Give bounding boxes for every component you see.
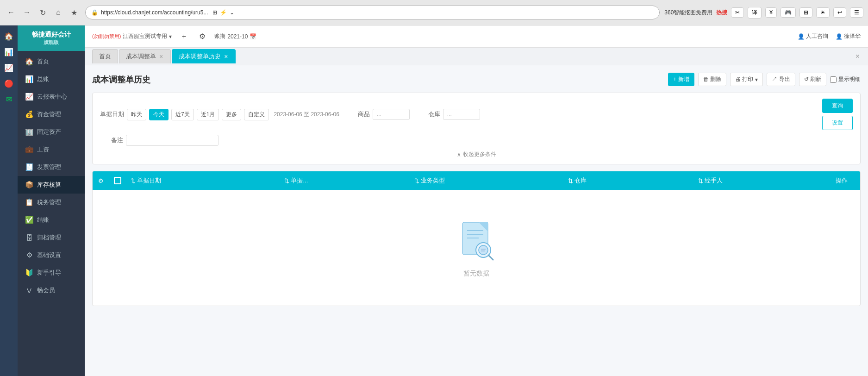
tab-cost-adjust[interactable]: 成本调整单 × bbox=[119, 49, 171, 63]
company-select[interactable]: (勿删勿禁用) 江西服宝测试专用 ▾ bbox=[92, 32, 172, 40]
sidebar-item-云报表中心[interactable]: 📈云报表中心 bbox=[18, 88, 85, 106]
close-all-tabs[interactable]: × bbox=[855, 52, 861, 61]
forward-button[interactable]: → bbox=[20, 6, 33, 19]
date-btn-yesterday[interactable]: 昨天 bbox=[127, 109, 146, 120]
settings-filter-button[interactable]: 设置 bbox=[822, 116, 853, 130]
sidebar-item-固定资产[interactable]: 🏢固定资产 bbox=[18, 123, 85, 141]
svg-point-6 bbox=[479, 245, 488, 255]
service-action[interactable]: 👤 人工咨询 bbox=[798, 32, 828, 40]
refresh-button[interactable]: ↻ bbox=[36, 6, 49, 19]
th-biztype-label: 业务类型 bbox=[421, 176, 445, 185]
query-button[interactable]: 查询 bbox=[822, 99, 853, 113]
grid-tool[interactable]: ⊞ bbox=[799, 7, 812, 18]
back-button[interactable]: ← bbox=[5, 6, 18, 19]
remark-input[interactable] bbox=[126, 135, 219, 146]
app-container: 🏠 📊 📈 🔴 ✉ 畅捷通好会计 旗舰版 🏠首页📊总账📈云报表中心💰资金管理🏢固… bbox=[0, 25, 868, 376]
sidebar-item-总账[interactable]: 📊总账 bbox=[18, 70, 85, 88]
collapse-button[interactable]: ∧ 收起更多条件 bbox=[457, 150, 496, 158]
collapse-label: 收起更多条件 bbox=[463, 150, 496, 158]
sidebar-item-库存核算[interactable]: 📦库存核算 bbox=[18, 176, 85, 194]
refresh-button[interactable]: ↺ 刷新 bbox=[799, 73, 826, 86]
tab-cost-adjust-close[interactable]: × bbox=[158, 53, 164, 60]
th-biztype-sort-icon: ⇅ bbox=[414, 177, 419, 184]
date-btn-more[interactable]: 更多 bbox=[222, 109, 241, 120]
th-date[interactable]: ⇅ 单据日期 bbox=[126, 176, 280, 185]
settings-icon-btn[interactable]: ⚙ bbox=[196, 30, 209, 43]
sidebar-logo: 畅捷通好会计 旗舰版 bbox=[18, 25, 85, 51]
print-dropdown-icon: ▾ bbox=[755, 76, 758, 83]
new-button[interactable]: + 新增 bbox=[668, 73, 694, 86]
th-biztype[interactable]: ⇅ 业务类型 bbox=[410, 176, 563, 185]
th-checkbox[interactable] bbox=[109, 177, 126, 184]
service-label: 人工咨询 bbox=[806, 32, 828, 40]
goods-filter-item: 商品 ... bbox=[347, 109, 410, 120]
sidebar-item-基础设置[interactable]: ⚙基础设置 bbox=[18, 246, 85, 264]
th-warehouse[interactable]: ⇅ 仓库 bbox=[563, 176, 693, 185]
th-warehouse-sort-icon: ⇅ bbox=[568, 177, 573, 184]
print-button[interactable]: 🖨 打印 ▾ bbox=[730, 73, 763, 86]
sidebar-item-发票管理[interactable]: 🧾发票管理 bbox=[18, 158, 85, 176]
sidebar-item-资金管理[interactable]: 💰资金管理 bbox=[18, 106, 85, 123]
date-btn-7days[interactable]: 近7天 bbox=[171, 109, 194, 120]
sidebar-label-6: 发票管理 bbox=[37, 163, 61, 171]
user-label: 徐泽华 bbox=[844, 32, 861, 40]
show-col-checkbox[interactable] bbox=[830, 76, 837, 83]
date-btn-1month[interactable]: 近1月 bbox=[197, 109, 219, 120]
top-bar: (勿删勿禁用) 江西服宝测试专用 ▾ + ⚙ 账期 2021-10 📅 👤 人工… bbox=[85, 25, 868, 48]
browser-chrome: ← → ↻ ⌂ ★ 🔒 https://cloud.chanjet.com/ac… bbox=[0, 0, 868, 25]
game-tool[interactable]: 🎮 bbox=[781, 7, 796, 18]
th-gear[interactable]: ⚙ bbox=[93, 177, 109, 184]
translate-tool[interactable]: 译 bbox=[748, 7, 762, 19]
sidebar-item-首页[interactable]: 🏠首页 bbox=[18, 53, 85, 70]
tab-home[interactable]: 首页 bbox=[92, 49, 118, 63]
sidebar-item-结账[interactable]: ✅结账 bbox=[18, 211, 85, 229]
date-btn-custom[interactable]: 自定义 bbox=[244, 109, 269, 120]
th-voucher[interactable]: ⇅ 单据... bbox=[280, 176, 409, 185]
th-actions: 操作 bbox=[823, 176, 860, 185]
logo-line2: 旗舰版 bbox=[44, 39, 59, 46]
home-button[interactable]: ⌂ bbox=[52, 6, 65, 19]
tab-cost-adjust-history-close[interactable]: × bbox=[223, 53, 229, 60]
header-checkbox[interactable] bbox=[114, 177, 121, 184]
icon-sidebar-weibo[interactable]: 🔴 bbox=[2, 76, 16, 90]
delete-button[interactable]: 🗑 删除 bbox=[698, 73, 726, 86]
show-col-text: 显示明细 bbox=[838, 75, 861, 83]
grid-icon: ⊞ bbox=[212, 9, 217, 16]
icon-sidebar-green[interactable]: ✉ bbox=[2, 92, 16, 106]
date-btn-today[interactable]: 今天 bbox=[149, 109, 169, 120]
period-value: 2021-10 bbox=[227, 33, 248, 40]
user-icon: 👤 bbox=[836, 33, 843, 40]
warehouse-select[interactable]: ... bbox=[443, 109, 480, 120]
address-bar[interactable]: 🔒 https://cloud.chanjet.com/accounting/u… bbox=[85, 6, 660, 19]
undo-tool[interactable]: ↩ bbox=[833, 7, 846, 18]
menu-tool[interactable]: ☰ bbox=[850, 7, 863, 18]
icon-sidebar-ledger[interactable]: 📊 bbox=[2, 45, 16, 59]
sidebar-item-畅会员[interactable]: V畅会员 bbox=[18, 282, 85, 299]
icon-sidebar-home[interactable]: 🏠 bbox=[2, 29, 16, 43]
empty-state: 暂元数据 bbox=[93, 190, 860, 306]
sidebar-item-新手引导[interactable]: 🔰新手引导 bbox=[18, 264, 85, 282]
tab-cost-adjust-history[interactable]: 成本调整单历史 × bbox=[172, 49, 236, 63]
sidebar-item-税务管理[interactable]: 📋税务管理 bbox=[18, 194, 85, 211]
coin-tool[interactable]: ¥ bbox=[765, 7, 777, 18]
th-operator[interactable]: ⇅ 经手人 bbox=[693, 176, 823, 185]
sidebar-item-归档管理[interactable]: 🗄归档管理 bbox=[18, 229, 85, 246]
sidebar-item-工资[interactable]: 💼工资 bbox=[18, 141, 85, 158]
svg-line-7 bbox=[488, 255, 493, 260]
user-action[interactable]: 👤 徐泽华 bbox=[836, 32, 861, 40]
sun-tool[interactable]: ☀ bbox=[816, 7, 830, 18]
goods-select[interactable]: ... bbox=[373, 109, 410, 120]
export-button[interactable]: ↗ 导出 bbox=[767, 73, 795, 86]
add-tab-button[interactable]: + bbox=[177, 30, 190, 43]
sidebar-label-12: 新手引导 bbox=[37, 269, 61, 277]
sidebar-icon-4: 🏢 bbox=[25, 128, 33, 136]
show-col-checkbox-label: 显示明细 bbox=[830, 75, 861, 83]
sidebar-icon-6: 🧾 bbox=[25, 163, 33, 171]
sidebar-label-1: 总账 bbox=[37, 75, 49, 83]
cut-tool[interactable]: ✂ bbox=[731, 7, 744, 18]
star-button[interactable]: ★ bbox=[68, 6, 81, 19]
sidebar-icon-12: 🔰 bbox=[25, 269, 33, 277]
sidebar-label-0: 首页 bbox=[37, 57, 49, 66]
page-content: 成本调整单历史 + 新增 🗑 删除 🖨 打印 ▾ ↗ 导出 ↺ 刷新 显示明细 bbox=[85, 65, 868, 376]
icon-sidebar-reports[interactable]: 📈 bbox=[2, 61, 16, 75]
